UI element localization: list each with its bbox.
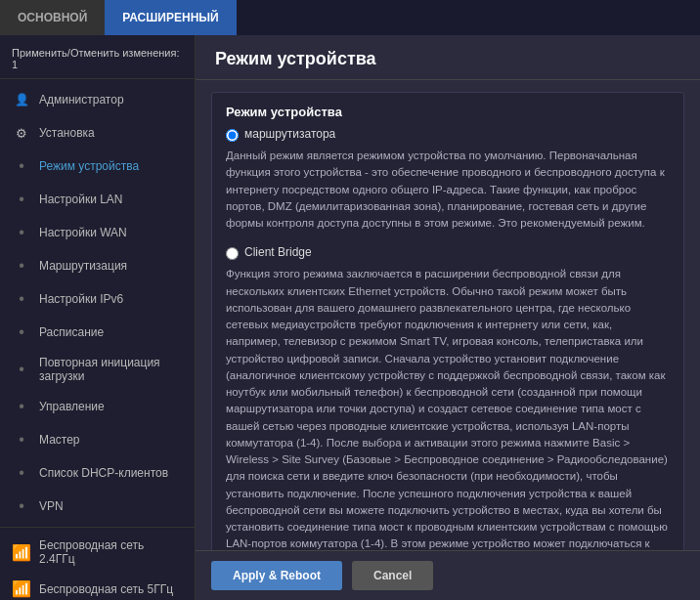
sidebar: Применить/Отменить изменения: 1 Админист… [0, 35, 196, 600]
content-footer: Apply & Reboot Cancel [196, 550, 700, 600]
device-mode-section: Режим устройства маршрутизатора Данный р… [211, 92, 684, 550]
radio-bridge[interactable] [226, 247, 239, 260]
user-icon [12, 90, 31, 109]
sidebar-label-wifi24: Беспроводная сеть 2.4ГГц [39, 538, 183, 566]
sidebar-label-schedule: Расписание [39, 325, 104, 339]
content-body: Режим устройства маршрутизатора Данный р… [196, 80, 700, 550]
sidebar-label-vpn: VPN [39, 499, 64, 513]
radio-router[interactable] [226, 129, 239, 142]
sidebar-label-setup: Установка [39, 126, 95, 140]
option-bridge-desc: Функция этого режима заключается в расши… [226, 266, 670, 550]
sidebar-item-device-mode[interactable]: Режим устройства [0, 150, 195, 183]
sidebar-label-wifi5: Беспроводная сеть 5ГГц [39, 582, 173, 596]
dot-icon-ipv6 [12, 289, 31, 309]
option-router: маршрутизатора [226, 127, 670, 142]
divider-1 [0, 527, 195, 528]
wifi24-icon: 📶 [12, 543, 31, 562]
content-area: Режим устройства Режим устройства маршру… [196, 35, 700, 600]
sidebar-item-setup[interactable]: Установка [0, 116, 195, 150]
sidebar-label-routing: Маршрутизация [39, 259, 127, 273]
gear-icon [12, 123, 31, 143]
apply-changes-text: Применить/Отменить изменения: 1 [0, 39, 195, 79]
sidebar-item-routing[interactable]: Маршрутизация [0, 249, 195, 282]
tab-advanced[interactable]: РАСШИРЕННЫЙ [105, 0, 236, 35]
sidebar-label-device-mode: Режим устройства [39, 159, 139, 173]
dot-icon-wizard [12, 430, 31, 450]
sidebar-label-lan: Настройки LAN [39, 193, 123, 206]
dot-icon-routing [12, 256, 31, 276]
sidebar-item-schedule[interactable]: Расписание [0, 316, 195, 349]
cancel-button[interactable]: Cancel [352, 561, 433, 590]
option-bridge-label: Client Bridge [244, 245, 312, 259]
option-router-label: маршрутизатора [244, 127, 335, 141]
option-bridge: Client Bridge [226, 245, 670, 260]
dot-icon-vpn [12, 496, 31, 516]
tab-basic[interactable]: ОСНОВНОЙ [0, 0, 105, 35]
page-title: Режим устройства [215, 49, 680, 69]
sidebar-label-dhcp: Список DHCP-клиентов [39, 466, 168, 480]
sidebar-label-ipv6: Настройки IPv6 [39, 292, 123, 306]
apply-reboot-button[interactable]: Apply & Reboot [211, 561, 342, 590]
sidebar-item-wifi24[interactable]: 📶 Беспроводная сеть 2.4ГГц [0, 532, 195, 573]
sidebar-label-reboot: Повторная инициация загрузки [39, 356, 183, 383]
main-layout: Применить/Отменить изменения: 1 Админист… [0, 35, 700, 600]
dot-icon-lan [12, 190, 31, 209]
option-router-desc: Данный режим является режимом устройства… [226, 148, 670, 232]
dot-icon-management [12, 397, 31, 416]
dot-icon-dhcp [12, 463, 31, 483]
content-header: Режим устройства [196, 35, 700, 80]
dot-icon-device-mode [12, 156, 31, 176]
wifi5-icon: 📶 [12, 579, 31, 598]
sidebar-item-dhcp[interactable]: Список DHCP-клиентов [0, 456, 195, 490]
sidebar-label-admin: Администратор [39, 93, 124, 107]
top-navigation: ОСНОВНОЙ РАСШИРЕННЫЙ [0, 0, 700, 35]
dot-icon-schedule [12, 322, 31, 342]
sidebar-item-reboot[interactable]: Повторная инициация загрузки [0, 349, 195, 390]
dot-icon-wan [12, 223, 31, 242]
sidebar-item-wan[interactable]: Настройки WAN [0, 216, 195, 249]
sidebar-item-lan[interactable]: Настройки LAN [0, 183, 195, 216]
sidebar-item-wizard[interactable]: Мастер [0, 423, 195, 456]
sidebar-item-wifi5[interactable]: 📶 Беспроводная сеть 5ГГц [0, 573, 195, 600]
sidebar-item-ipv6[interactable]: Настройки IPv6 [0, 282, 195, 316]
section-title: Режим устройства [226, 105, 670, 119]
dot-icon-reboot [12, 360, 31, 379]
sidebar-item-management[interactable]: Управление [0, 390, 195, 423]
sidebar-label-wizard: Мастер [39, 433, 80, 447]
sidebar-label-wan: Настройки WAN [39, 226, 127, 239]
sidebar-item-admin[interactable]: Администратор [0, 83, 195, 116]
sidebar-item-vpn[interactable]: VPN [0, 490, 195, 523]
sidebar-label-management: Управление [39, 400, 105, 413]
